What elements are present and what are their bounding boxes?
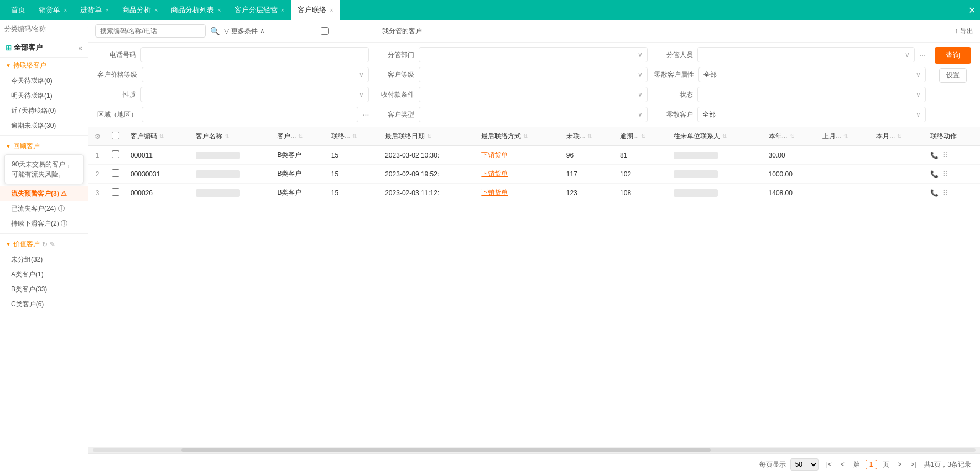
filter-phone-input[interactable]: [140, 47, 369, 62]
page-next-icon[interactable]: >: [895, 460, 905, 469]
search-input[interactable]: [95, 24, 206, 38]
row2-checkbox[interactable]: [112, 169, 119, 177]
row1-action-phone-icon[interactable]: 📞: [930, 152, 939, 159]
collapse-icon[interactable]: «: [79, 44, 82, 52]
row3-last-method[interactable]: 下销货单: [476, 184, 560, 202]
row3-action-more-icon[interactable]: ⠿: [943, 189, 948, 197]
filter-retail-attr-select[interactable]: 全部 ∨: [698, 67, 926, 82]
filter-region-select[interactable]: [142, 107, 358, 122]
sidebar-item-overdue[interactable]: 逾期未联络(30): [0, 118, 88, 133]
table-col-name[interactable]: 客户名称⇅: [190, 127, 272, 146]
row3-checkbox-cell[interactable]: [106, 184, 125, 202]
tab-home[interactable]: 首页: [4, 0, 32, 20]
sidebar-section-pending[interactable]: ▼ 待联络客户: [0, 58, 88, 74]
table-col-code[interactable]: 客户编码⇅: [125, 127, 190, 146]
tab-sales-close[interactable]: ×: [64, 7, 67, 13]
row2-action-more-icon[interactable]: ⠿: [943, 170, 948, 178]
sidebar-item-today[interactable]: 今天待联络(0): [0, 74, 88, 88]
row3-uncontacted: 123: [561, 184, 614, 202]
sidebar-search-input[interactable]: [4, 25, 87, 33]
filter-field-price-grade: 客户价格等级 ∨: [97, 67, 369, 82]
tab-purchase-close[interactable]: ×: [105, 7, 108, 13]
filter-nature-select[interactable]: ∨: [140, 87, 369, 102]
sidebar-item-ungrouped[interactable]: 未分组(32): [0, 252, 88, 267]
sidebar-item-7days[interactable]: 近7天待联络(0): [0, 103, 88, 118]
my-customers-checkbox[interactable]: [269, 27, 380, 35]
table-col-last-date[interactable]: 最后联络日期⇅: [379, 127, 476, 146]
my-customers-checkbox-area[interactable]: 我分管的客户: [269, 27, 422, 36]
row3-checkbox[interactable]: [112, 188, 119, 196]
table-col-last-method[interactable]: 最后联络方式⇅: [476, 127, 560, 146]
row3-action-phone-icon[interactable]: 📞: [930, 189, 939, 197]
filter-row-4: 区域（地区） ··· 客户类型 ∨: [97, 107, 926, 122]
value-refresh-icon[interactable]: ↻: [42, 241, 48, 248]
sidebar-item-declining[interactable]: 持续下滑客户(2) ⓘ: [0, 216, 88, 231]
filter-region-more-icon[interactable]: ···: [363, 110, 369, 119]
table-col-this-year[interactable]: 本年...⇅: [763, 127, 817, 146]
scrollbar-thumb[interactable]: [181, 448, 711, 452]
filter-customer-grade-select[interactable]: ∨: [419, 67, 647, 82]
table-col-checkbox[interactable]: [106, 127, 125, 146]
close-all-button[interactable]: ✕: [968, 5, 976, 15]
filter-type-select[interactable]: ∨: [419, 107, 647, 122]
per-page-select[interactable]: 50 100: [790, 458, 819, 471]
filter-more-button[interactable]: ▽ 更多条件 ∧: [224, 27, 265, 36]
sidebar-item-tomorrow[interactable]: 明天待联络(1): [0, 88, 88, 103]
table-col-contact[interactable]: 联络...⇅: [326, 127, 379, 146]
tab-product-list[interactable]: 商品分析列表 ×: [164, 0, 227, 20]
sidebar-section-review[interactable]: ▼ 回顾客户: [0, 138, 88, 154]
table-col-uncontacted[interactable]: 未联...⇅: [561, 127, 614, 146]
filter-status-select[interactable]: ∨: [697, 87, 926, 102]
filter-field-customer-grade: 客户等级 ∨: [376, 67, 647, 82]
toolbar: 🔍 ▽ 更多条件 ∧ 我分管的客户 ↑ 导出: [88, 20, 980, 43]
tab-product-analysis[interactable]: 商品分析 ×: [116, 0, 164, 20]
sidebar-section-value[interactable]: ▼ 价值客户 ↻ ✎: [0, 236, 88, 252]
retail-attr-arrow-icon: ∨: [916, 71, 921, 79]
horizontal-scrollbar[interactable]: [88, 447, 980, 453]
table-col-last-month[interactable]: 上月...⇅: [817, 127, 870, 146]
page-first-icon[interactable]: |<: [823, 460, 835, 469]
page-last-icon[interactable]: >|: [908, 460, 920, 469]
filter-retail-select[interactable]: 全部 ∨: [697, 107, 926, 122]
tab-purchase[interactable]: 进货单 ×: [74, 0, 115, 20]
tab-customer-contact-close[interactable]: ×: [330, 7, 333, 13]
sidebar-item-churn-warning[interactable]: 流失预警客户(3) ⚠: [0, 186, 88, 201]
query-button[interactable]: 查询: [935, 47, 971, 64]
tab-customer-stratify[interactable]: 客户分层经营 ×: [228, 0, 291, 20]
tab-customer-stratify-close[interactable]: ×: [281, 7, 284, 13]
search-button[interactable]: 🔍: [210, 27, 220, 35]
row1-checkbox[interactable]: [112, 150, 119, 158]
select-all-checkbox[interactable]: [112, 132, 119, 139]
table-col-contact-person[interactable]: 往来单位联系人⇅: [668, 127, 763, 146]
value-edit-icon[interactable]: ✎: [50, 241, 55, 248]
sidebar-item-class-b[interactable]: B类客户(33): [0, 282, 88, 297]
sidebar-item-churned[interactable]: 已流失客户(24) ⓘ: [0, 201, 88, 216]
row1-action-more-icon[interactable]: ⠿: [943, 152, 948, 159]
sidebar-item-class-c[interactable]: C类客户(6): [0, 297, 88, 312]
tab-sales[interactable]: 销货单 ×: [32, 0, 74, 20]
filter-row-1: 电话号码 分管部门 ∨ 分管人员: [97, 47, 926, 62]
filter-dept-select[interactable]: ∨: [419, 47, 647, 62]
table-col-overdue[interactable]: 逾期...⇅: [614, 127, 668, 146]
filter-payment-select[interactable]: ∨: [419, 87, 647, 102]
row1-checkbox-cell[interactable]: [106, 146, 125, 165]
table-col-type[interactable]: 客户...⇅: [272, 127, 325, 146]
filter-price-grade-select[interactable]: ∨: [142, 67, 369, 82]
tab-customer-contact[interactable]: 客户联络 ×: [291, 0, 340, 20]
tab-product-analysis-close[interactable]: ×: [154, 7, 158, 13]
row1-last-method[interactable]: 下销货单: [476, 146, 560, 165]
settings-button[interactable]: 设置: [939, 68, 967, 83]
row2-action-phone-icon[interactable]: 📞: [930, 170, 939, 178]
table-col-this-month[interactable]: 本月...⇅: [870, 127, 924, 146]
export-button[interactable]: ↑ 导出: [955, 27, 973, 36]
row2-last-method[interactable]: 下销货单: [476, 165, 560, 184]
tab-product-list-close[interactable]: ×: [217, 7, 221, 13]
sidebar-item-class-a[interactable]: A类客户(1): [0, 267, 88, 282]
contact-person-sort-icon: ⇅: [722, 133, 727, 139]
page-prev-icon[interactable]: <: [837, 460, 848, 469]
sidebar-all-customers[interactable]: ⊞ 全部客户 «: [0, 38, 88, 58]
row2-checkbox-cell[interactable]: [106, 165, 125, 184]
filter-person-more-icon[interactable]: ···: [919, 50, 926, 59]
table-col-settings[interactable]: ⚙: [88, 127, 106, 146]
filter-person-select[interactable]: ∨: [697, 47, 915, 62]
